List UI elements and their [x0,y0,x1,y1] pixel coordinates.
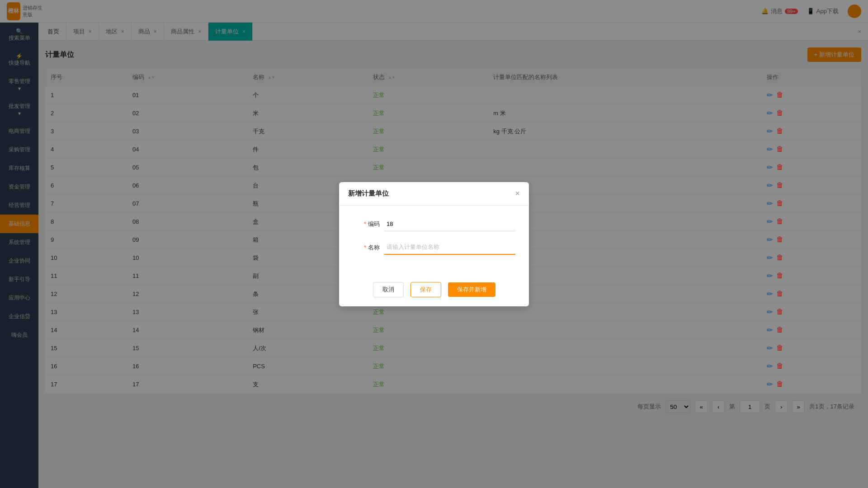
modal-close-button[interactable]: × [515,189,520,197]
modal-footer: 取消 保存 保存并新增 [339,275,529,306]
add-unit-modal: 新增计量单位 × *编码 *名称 取消 保存 保存并新增 [339,182,529,306]
save-button[interactable]: 保存 [410,282,441,297]
modal-header: 新增计量单位 × [339,182,529,206]
modal-overlay[interactable]: 新增计量单位 × *编码 *名称 取消 保存 保存并新增 [0,0,868,488]
form-item-name: *名称 [353,240,515,255]
cancel-button[interactable]: 取消 [373,282,404,297]
code-input[interactable] [384,217,515,231]
name-input[interactable] [384,240,515,255]
modal-title: 新增计量单位 [348,189,389,198]
code-label: *编码 [353,220,380,228]
form-item-code: *编码 [353,217,515,231]
save-and-new-button[interactable]: 保存并新增 [448,282,495,297]
code-required-mark: * [364,221,366,227]
name-required-mark: * [364,244,366,251]
modal-body: *编码 *名称 [339,206,529,275]
name-label: *名称 [353,244,380,252]
